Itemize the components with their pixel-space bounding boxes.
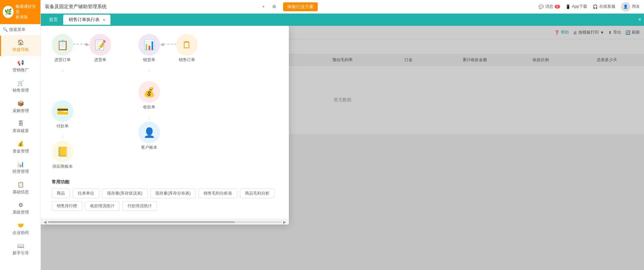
- purchase-receipt-column: 📝 进货单: [89, 34, 111, 66]
- cf-button-5[interactable]: 商品毛利分析: [240, 188, 275, 198]
- nav-label-system: 系统管理: [13, 210, 29, 215]
- flow-node-supplier-ledger: 📒 供应商账本: [52, 141, 73, 169]
- nav-label-quick-guide: 快捷导航: [13, 47, 29, 53]
- purchase-receipt-label: 进货单: [94, 57, 106, 63]
- guide-content: 📋 进货订单 ↓ 💳 付款单: [41, 26, 289, 219]
- nav-label-marketing: 营销推广: [13, 67, 29, 73]
- sales-order-column: 🗒 销售订单: [176, 34, 198, 66]
- flow-node-purchase-order: 📋 进货订单: [52, 34, 73, 63]
- arrow-down-1: ↓: [61, 67, 64, 73]
- user-menu[interactable]: 👤 用友: [621, 2, 640, 12]
- purchase-order-circle[interactable]: 📋: [52, 34, 73, 56]
- scroll-right-icon[interactable]: ▶: [283, 220, 286, 224]
- arrow-down-3: ↓: [61, 133, 64, 139]
- nav-icon-purchase: 📦: [17, 100, 24, 107]
- sidebar-item-enterprise[interactable]: 🤝企业协同: [0, 219, 40, 239]
- sales-order-circle[interactable]: 🗒: [176, 34, 198, 56]
- top-header: 装备及固定资产辅助管理系统 ▼ ⚙ 体验行业方案 💬 消息 6 📱 App下载 …: [41, 0, 644, 14]
- message-button[interactable]: 💬 消息 6: [539, 4, 560, 10]
- nav-icon-newbie: 📖: [17, 242, 24, 249]
- purchase-order-label: 进货订单: [54, 57, 71, 63]
- scrollbar-area: ◀ ▶: [41, 219, 289, 224]
- system-dropdown-arrow[interactable]: ▼: [262, 5, 265, 8]
- nav-icon-sales: 🛒: [17, 80, 24, 86]
- sidebar-item-quick-guide[interactable]: 🏠快捷导航: [0, 36, 40, 56]
- flow-node-sales-order: 🗒 销售订单: [176, 34, 198, 63]
- app-download-button[interactable]: 📱 App下载: [565, 4, 587, 10]
- search-icon: 🔍: [3, 27, 8, 32]
- nav-icon-system: ⚙: [18, 202, 23, 208]
- scrollbar-thumb[interactable]: [48, 221, 235, 223]
- sidebar-item-operations[interactable]: 📊经营管理: [0, 158, 40, 178]
- sales-receipt-circle[interactable]: 📊: [138, 34, 160, 56]
- sales-order-label: 销售订单: [179, 57, 195, 63]
- sidebar-item-basic-info[interactable]: 📋基础信息: [0, 178, 40, 198]
- service-icon: 🎧: [593, 4, 598, 9]
- nav-icon-marketing: 📢: [17, 59, 24, 66]
- common-functions-title: 常用功能: [52, 179, 278, 185]
- cf-button-1[interactable]: 往来单位: [73, 188, 99, 198]
- logo-icon: 🌿: [3, 6, 14, 18]
- sidebar-item-purchase[interactable]: 📦采购管理: [0, 97, 40, 117]
- sales-receipt-label: 销货单: [143, 57, 155, 63]
- cf-button-3[interactable]: 现存量(库存分布表): [150, 188, 196, 198]
- tab-sales-order-exec[interactable]: 销售订单执行表 ×: [63, 15, 110, 25]
- main-area: 装备及固定资产辅助管理系统 ▼ ⚙ 体验行业方案 💬 消息 6 📱 App下载 …: [41, 0, 644, 270]
- nav-label-basic-info: 基础信息: [13, 189, 29, 195]
- nav-label-purchase: 采购管理: [13, 108, 29, 114]
- guide-flow: 📋 进货订单 ↓ 💳 付款单: [52, 34, 278, 172]
- flow-node-customer-ledger: 👤 客户账本: [138, 122, 160, 150]
- receipt-label: 收款单: [143, 104, 155, 110]
- nav-label-enterprise: 企业协同: [13, 230, 29, 236]
- sidebar-item-finance[interactable]: 💰资金管理: [0, 137, 40, 158]
- nav-label-newbie: 新手引导: [13, 250, 29, 256]
- nav-label-sales: 销售管理: [13, 88, 29, 93]
- cf-button-0[interactable]: 商品: [52, 188, 70, 198]
- left-flow-column: 📋 进货订单 ↓ 💳 付款单: [52, 34, 73, 172]
- payment-circle[interactable]: 💳: [52, 100, 73, 122]
- purchase-receipt-circle[interactable]: 📝: [89, 34, 111, 56]
- logo-text: 畅康通好生意 标准版: [16, 4, 38, 20]
- tab-home[interactable]: 首页: [43, 15, 63, 25]
- supplier-ledger-circle[interactable]: 📒: [52, 141, 73, 162]
- sidebar-item-newbie[interactable]: 📖新手引导: [0, 239, 40, 259]
- payment-label: 付款单: [56, 123, 69, 129]
- tab-close-icon[interactable]: ×: [103, 18, 105, 22]
- receipt-circle[interactable]: 💰: [138, 81, 160, 103]
- nav-icon-basic-info: 📋: [17, 181, 24, 188]
- nav-label-operations: 经营管理: [13, 169, 29, 175]
- trial-button[interactable]: 体验行业方案: [283, 2, 318, 11]
- overlay: 📋 进货订单 ↓ 💳 付款单: [41, 26, 644, 270]
- sidebar-search[interactable]: 🔍 搜索菜单: [0, 24, 40, 36]
- arrow-down-4: ↓: [148, 67, 151, 73]
- scroll-left-icon[interactable]: ◀: [43, 220, 47, 224]
- sidebar-item-sales[interactable]: 🛒销售管理: [0, 76, 40, 97]
- cf-button-4[interactable]: 销售毛利分析表: [198, 188, 237, 198]
- sidebar-item-marketing[interactable]: 📢营销推广: [0, 56, 40, 76]
- cf-button-6[interactable]: 销售排行榜: [52, 201, 82, 211]
- avatar: 👤: [621, 2, 630, 12]
- nav-icon-inventory: 🗄: [18, 121, 23, 127]
- cf-button-2[interactable]: 现存量(库存状况表): [102, 188, 147, 198]
- online-service-button[interactable]: 🎧 在线客服: [593, 4, 615, 10]
- settings-button[interactable]: ⚙: [269, 2, 279, 12]
- sidebar-nav: 🏠快捷导航📢营销推广🛒销售管理📦采购管理🗄库存核算💰资金管理📊经营管理📋基础信息…: [0, 36, 40, 270]
- nav-label-inventory: 库存核算: [13, 128, 29, 134]
- nav-label-finance: 资金管理: [13, 148, 29, 154]
- common-functions: 常用功能 商品往来单位现存量(库存状况表)现存量(库存分布表)销售毛利分析表商品…: [52, 179, 278, 211]
- cf-button-8[interactable]: 付款情况统计: [122, 201, 157, 211]
- nav-icon-finance: 💰: [17, 141, 24, 147]
- arrow-down-5: ↓: [148, 114, 151, 120]
- flow-node-receipt: 💰 收款单: [138, 74, 160, 110]
- sidebar-item-system[interactable]: ⚙系统管理: [0, 198, 40, 219]
- sales-receipt-column: 📊 销货单 ↓ 💰 收款单: [138, 34, 160, 153]
- sidebar-item-inventory[interactable]: 🗄库存核算: [0, 117, 40, 137]
- tab-bar-close-icon[interactable]: ×: [638, 17, 641, 23]
- arrow-so-to-sr: ◀: [160, 34, 176, 47]
- common-functions-buttons: 商品往来单位现存量(库存状况表)现存量(库存分布表)销售毛利分析表商品毛利分析销…: [52, 188, 278, 211]
- cf-button-7[interactable]: 收款情况统计: [85, 201, 120, 211]
- content-area: ❓ 帮助 🖨 按模板打印 ▼ ⬆ 导出 🔄 刷新: [41, 26, 644, 270]
- arrow-po-to-pr: ▶: [73, 34, 89, 47]
- customer-ledger-circle[interactable]: 👤: [138, 122, 160, 143]
- system-title: 装备及固定资产辅助管理系统: [45, 4, 258, 10]
